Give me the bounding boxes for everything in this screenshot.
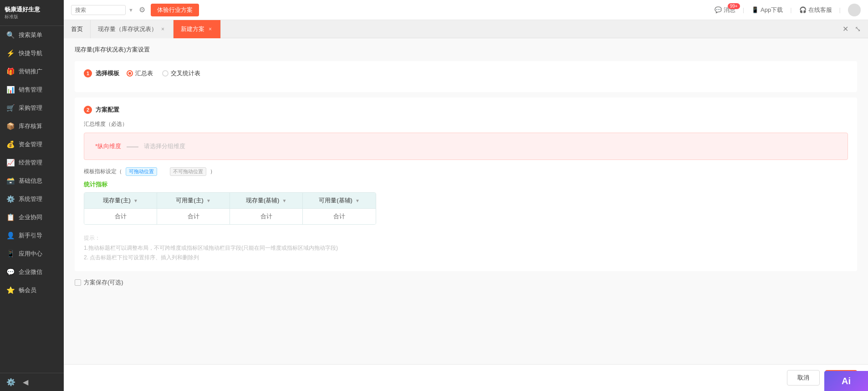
main-area: ▼ ⚙ 体验行业方案 💬 消息 99+ | 📱 App下载 | 🎧 在线客服 | [64,0,868,391]
step1-section: 1 选择模板 汇总表 交叉统计表 [75,61,857,92]
topbar-right: 💬 消息 99+ | 📱 App下载 | 🎧 在线客服 | [715,4,861,16]
gear-icon[interactable]: ⚙ [139,5,145,14]
stats-col-label-3: 可用量(基辅) [319,196,352,205]
save-checkbox[interactable] [75,279,81,286]
sidebar-item-membership[interactable]: ⭐畅会员 [0,281,64,299]
membership-icon: ⭐ [6,286,15,294]
message-button[interactable]: 💬 消息 99+ [715,6,735,14]
sidebar-item-sales[interactable]: 📊销售管理 [0,81,64,99]
app-edition: 标准版 [5,14,59,20]
radio-cross[interactable]: 交叉统计表 [162,69,200,77]
sidebar-item-new-guide[interactable]: 👤新手引导 [0,226,64,245]
stats-header-cell-0[interactable]: 现存量(主)▼ [84,193,157,208]
avatar[interactable] [848,4,861,16]
sidebar-item-quick-nav[interactable]: ⚡快捷导航 [0,44,64,62]
stats-col-chevron-3[interactable]: ▼ [355,198,360,203]
stats-body-row: 合计合计合计合计 [84,208,376,224]
phone-icon: 📱 [751,6,759,13]
tips-section: 提示： 1.拖动标题栏可以调整布局，不可跨维度或指标区域拖动栏目字段(只能在同一… [84,233,848,263]
cancel-button[interactable]: 取消 [787,370,820,386]
ai-label: Ai [842,376,851,386]
operations-icon: 📈 [6,159,15,167]
stats-body-cell-2: 合计 [230,209,303,224]
tab-new-scheme-label: 新建方案 [181,25,204,33]
template-settings: 模板指标设定（ 可拖动位置 不可拖动位置 ） 统计指标 现存量(主)▼可用量(主… [84,167,848,226]
stats-col-summary-2: 合计 [260,212,272,221]
stats-header-cell-3[interactable]: 可用量(基辅)▼ [303,193,376,208]
template-settings-label: 模板指标设定（ 可拖动位置 不可拖动位置 ） [84,167,848,176]
sidebar-item-search[interactable]: 🔍搜索菜单 [0,26,64,44]
expand-tab-ctrl-button[interactable]: ⤡ [853,23,863,35]
headset-icon: 🎧 [799,6,807,13]
sidebar-item-label: 新手引导 [19,232,42,240]
sidebar-item-finance[interactable]: 💰资金管理 [0,135,64,154]
dimension-box[interactable]: *纵向维度 —— 请选择分组维度 [84,133,848,160]
footer: 取消 查询 [64,364,868,391]
basic-info-icon: 🗃️ [6,177,15,185]
online-service-button[interactable]: 🎧 在线客服 [799,6,832,14]
tip-item-2: 2. 点击标题栏下拉可设置排序、插入列和删除列 [84,253,848,263]
quick-nav-icon: ⚡ [6,49,15,57]
sidebar-item-operations[interactable]: 📈经营管理 [0,154,64,172]
stats-table: 现存量(主)▼可用量(主)▼现存量(基辅)▼可用量(基辅)▼ 合计合计合计合计 [84,192,376,225]
sidebar-item-basic-info[interactable]: 🗃️基础信息 [0,172,64,190]
new-guide-icon: 👤 [6,232,15,240]
stats-header-row: 现存量(主)▼可用量(主)▼现存量(基辅)▼可用量(基辅)▼ [84,193,376,208]
tab-new-scheme[interactable]: 新建方案 × [174,20,221,38]
app-name: 畅康通好生意 [5,5,59,14]
step2-section: 2 方案配置 汇总维度（必选） *纵向维度 —— 请选择分组维度 模板指标设定（… [75,98,857,271]
radio-summary[interactable]: 汇总表 [127,69,153,77]
sidebar-item-enterprise[interactable]: 📋企业协同 [0,208,64,226]
ai-badge[interactable]: Ai [824,371,868,391]
stats-body-cell-0: 合计 [84,209,157,224]
sidebar-item-enterprise-wechat[interactable]: 💬企业微信 [0,263,64,281]
save-check[interactable]: 方案保存(可选) [75,278,857,287]
tab-new-scheme-close[interactable]: × [207,26,213,33]
sidebar-item-purchase[interactable]: 🛒采购管理 [0,99,64,117]
sidebar-item-label: 企业微信 [19,268,42,276]
stats-header-cell-1[interactable]: 可用量(主)▼ [157,193,230,208]
radio-summary-label: 汇总表 [135,69,153,77]
sidebar-item-label: 销售管理 [19,86,42,94]
enterprise-icon: 📋 [6,213,15,221]
sidebar-item-label: 搜索菜单 [19,31,42,39]
stats-col-label-2: 现存量(基辅) [246,196,280,205]
stats-col-chevron-1[interactable]: ▼ [206,198,211,203]
tips-title: 提示： [84,235,100,241]
search-icon: 🔍 [6,31,15,39]
stats-col-chevron-2[interactable]: ▼ [282,198,286,203]
stats-col-chevron-0[interactable]: ▼ [133,198,138,203]
sidebar-nav: 🔍搜索菜单⚡快捷导航🎁营销推广📊销售管理🛒采购管理📦库存核算💰资金管理📈经营管理… [0,26,64,373]
stats-col-label-0: 现存量(主) [103,196,131,205]
tab-inventory[interactable]: 现存量（库存状况表） × [91,20,174,38]
tab-home[interactable]: 首页 [64,20,91,38]
sidebar-item-app-center[interactable]: 📱应用中心 [0,245,64,263]
close-tab-ctrl-button[interactable]: ✕ [841,23,850,35]
sidebar-item-marketing[interactable]: 🎁营销推广 [0,62,64,81]
stats-body-cell-3: 合计 [303,209,376,224]
app-download-button[interactable]: 📱 App下载 [751,6,783,14]
sidebar-item-label: 营销推广 [19,67,42,76]
sidebar-footer: ⚙️ ◀ [0,373,64,391]
collapse-icon[interactable]: ◀ [23,378,28,386]
stats-col-summary-3: 合计 [333,212,345,221]
radio-cross-label: 交叉统计表 [171,69,200,77]
system-icon: ⚙️ [6,195,15,203]
sidebar-item-inventory-audit[interactable]: 📦库存核算 [0,117,64,135]
save-check-label: 方案保存(可选) [84,278,123,287]
template-label-text: 模板指标设定（ [84,168,122,175]
stats-body-cell-1: 合计 [157,209,230,224]
trial-industry-button[interactable]: 体验行业方案 [151,4,199,16]
tab-controls: ✕ ⤡ [841,23,868,35]
app-center-icon: 📱 [6,250,15,258]
settings-icon[interactable]: ⚙️ [6,378,15,386]
sidebar-item-system[interactable]: ⚙️系统管理 [0,190,64,208]
step1-header: 1 选择模板 汇总表 交叉统计表 [84,69,848,77]
stats-header-cell-2[interactable]: 现存量(基辅)▼ [230,193,303,208]
app-download-label: App下载 [761,6,783,14]
search-input[interactable] [71,5,126,15]
step2-title: 方案配置 [96,106,119,114]
step2-header: 2 方案配置 [84,106,848,114]
message-icon: 💬 [715,6,722,13]
tab-inventory-close[interactable]: × [160,26,166,33]
